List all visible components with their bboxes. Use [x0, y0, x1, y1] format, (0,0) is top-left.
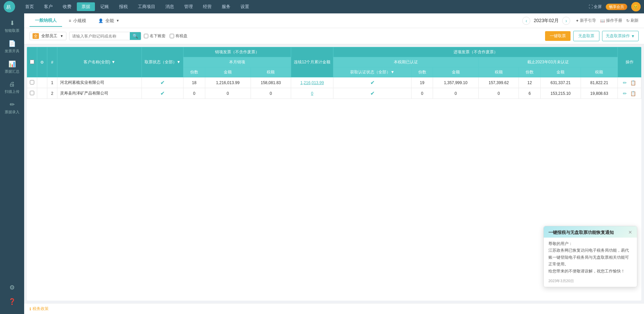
- prev-month-btn[interactable]: ‹: [522, 17, 530, 25]
- tax-disk-checkbox[interactable]: [170, 34, 174, 38]
- nav-service[interactable]: 服务: [217, 2, 235, 11]
- td-operation-2: ✏ 📋: [618, 88, 641, 99]
- next-month-btn[interactable]: ›: [562, 17, 570, 25]
- td-cert-status-2: ✔: [333, 88, 412, 99]
- td-customer-1: 河北柯蒽梳实业有限公司: [57, 77, 142, 88]
- no-disk-ticket-btn[interactable]: 无盘取票: [573, 31, 599, 41]
- nav-operation[interactable]: 经营: [198, 2, 216, 11]
- sidebar-item-invoice-issue[interactable]: 📄 发票开具: [0, 37, 24, 57]
- no-disk-more-btn[interactable]: 无盘取票操作 ▼: [602, 31, 639, 41]
- sidebar-item-help[interactable]: ❓: [7, 295, 17, 309]
- tab-all[interactable]: 👤 全能 ▼: [93, 15, 125, 26]
- td-cumulative-2[interactable]: 0: [291, 88, 333, 99]
- th-amount-un: 金额: [540, 67, 581, 77]
- sidebar-item-entry[interactable]: ✏ 票据录入: [0, 98, 24, 118]
- td-count-out-2: 0: [183, 88, 205, 99]
- status-filter-icon[interactable]: ▼: [177, 60, 181, 64]
- nav-business[interactable]: 工商项目: [133, 2, 160, 11]
- employee-tag: 全: [33, 33, 39, 39]
- sidebar: ⬇ 智能取票 📄 发票开具 📊 票据汇总 🖨 扫描上传 ✏ 票据录入 ⚙ ❓: [0, 13, 24, 314]
- th-index: #: [47, 47, 57, 77]
- tab-small-scale[interactable]: ≡ 小规模: [63, 15, 92, 26]
- nav-message[interactable]: 消息: [161, 2, 179, 11]
- edit-icon-2[interactable]: ✏: [623, 91, 627, 96]
- td-count-un-1: 12: [519, 77, 540, 88]
- notification-popup: 一键报税与无盘取票功能恢复通知 ✕ 尊敬的用户： 江苏政务网已恢复访问电子税务局…: [543, 226, 637, 287]
- cumulative-link-2[interactable]: 0: [311, 91, 313, 96]
- th-settings: ⚙: [37, 47, 47, 77]
- dropdown-icon: ▼: [60, 34, 63, 38]
- edit-icon-1[interactable]: ✏: [623, 80, 627, 85]
- avatar[interactable]: 😊: [631, 2, 641, 11]
- manual-link[interactable]: 📖 操作手册: [600, 18, 622, 23]
- nav-invoice[interactable]: 票据: [77, 2, 95, 11]
- one-click-ticket-btn[interactable]: 一键取票: [545, 31, 571, 41]
- tax-policy-link[interactable]: ℹ 税务政策: [30, 306, 49, 312]
- toolbar-left: 全 全部员工 ▼ 🔍 名下账套 有税盘: [30, 32, 542, 40]
- subsidiary-checkbox[interactable]: [144, 34, 148, 38]
- checkbox-group: 名下账套 有税盘: [144, 33, 187, 39]
- toolbar: 全 全部员工 ▼ 🔍 名下账套 有税盘: [24, 28, 644, 44]
- fullscreen-icon: ⛶: [589, 4, 593, 9]
- tax-policy-icon: ℹ: [30, 307, 31, 311]
- current-month-label: 2023年02月: [534, 18, 559, 24]
- refresh-link[interactable]: ↻ 刷新: [626, 18, 639, 23]
- th-sales-header: 销项发票（不含作废票）: [183, 47, 291, 57]
- td-count-out-1: 18: [183, 77, 205, 88]
- tab-general-taxpayer[interactable]: 一般纳税人: [30, 15, 62, 27]
- td-amount-un-2: 153,215.10: [540, 88, 581, 99]
- copy-icon-2[interactable]: 📋: [630, 91, 636, 96]
- td-tax-in-1: 157,399.62: [479, 77, 519, 88]
- nav-customer[interactable]: 客户: [39, 2, 57, 11]
- checkbox-subsidiary[interactable]: 名下账套: [144, 33, 166, 39]
- th-amount-in: 金额: [433, 67, 479, 77]
- td-checkbox-1[interactable]: [27, 77, 37, 88]
- nav-account[interactable]: 记账: [96, 2, 114, 11]
- cert-filter-icon[interactable]: ▼: [390, 70, 394, 74]
- row-checkbox-2[interactable]: [30, 91, 34, 95]
- copy-icon-1[interactable]: 📋: [630, 80, 636, 85]
- vip-button[interactable]: 畅享会员: [606, 4, 627, 10]
- nav-settings[interactable]: 设置: [236, 2, 254, 11]
- manual-icon: 📖: [600, 18, 605, 23]
- search-button[interactable]: 🔍: [130, 32, 141, 40]
- nav-fee[interactable]: 收费: [58, 2, 76, 11]
- td-settings-2: [37, 88, 47, 99]
- invoice-issue-icon: 📄: [8, 40, 16, 47]
- td-cumulative-1[interactable]: 1,216,013.99: [291, 77, 333, 88]
- notification-close-btn[interactable]: ✕: [628, 230, 632, 235]
- more-arrow-icon: ▼: [631, 34, 635, 39]
- row-checkbox-1[interactable]: [30, 80, 34, 84]
- th-recognized: 本税期已认证: [333, 57, 479, 67]
- th-purchase-header: 进项发票（不含作废票）: [333, 47, 618, 57]
- select-all-checkbox[interactable]: [30, 60, 34, 64]
- filter-icon[interactable]: ▼: [111, 60, 115, 64]
- th-current-month: 本月销项: [183, 57, 291, 67]
- td-checkbox-2[interactable]: [27, 88, 37, 99]
- nav-home[interactable]: 首页: [20, 2, 39, 11]
- nav-items: 首页 客户 收费 票据 记账 报税 工商项目 消息 管理 经营 服务 设置: [20, 2, 589, 11]
- action-links: ✦ 新手引导 📖 操作手册 ↻ 刷新: [576, 18, 639, 23]
- td-operation-1: ✏ 📋: [618, 77, 641, 88]
- sidebar-item-smart-ticket[interactable]: ⬇ 智能取票: [0, 16, 24, 37]
- sidebar-item-summary[interactable]: 📊 票据汇总: [0, 57, 24, 77]
- th-unrecognized: 截止2023年03月未认证: [479, 57, 618, 67]
- td-tax-in-2: 0: [479, 88, 519, 99]
- guide-link[interactable]: ✦ 新手引导: [576, 18, 596, 23]
- th-count-in: 份数: [411, 67, 433, 77]
- td-status-2: ✔: [142, 88, 183, 99]
- nav-tax[interactable]: 报税: [114, 2, 132, 11]
- th-amount-out: 金额: [205, 67, 251, 77]
- fullscreen-btn[interactable]: ⛶ 全屏: [589, 4, 602, 10]
- settings-icon: ⚙: [9, 284, 15, 291]
- sidebar-item-settings[interactable]: ⚙: [7, 280, 17, 295]
- nav-manage[interactable]: 管理: [179, 2, 198, 11]
- employee-select[interactable]: 全 全部员工 ▼: [30, 32, 66, 40]
- sidebar-item-scan[interactable]: 🖨 扫描上传: [0, 77, 24, 98]
- toolbar-right: 一键取票 无盘取票 无盘取票操作 ▼: [545, 31, 639, 41]
- search-input[interactable]: [69, 33, 130, 40]
- summary-icon: 📊: [8, 60, 16, 68]
- cert-check-icon-2: ✔: [370, 90, 375, 96]
- cumulative-link-1[interactable]: 1,216,013.99: [301, 80, 324, 85]
- checkbox-tax-disk[interactable]: 有税盘: [170, 33, 187, 39]
